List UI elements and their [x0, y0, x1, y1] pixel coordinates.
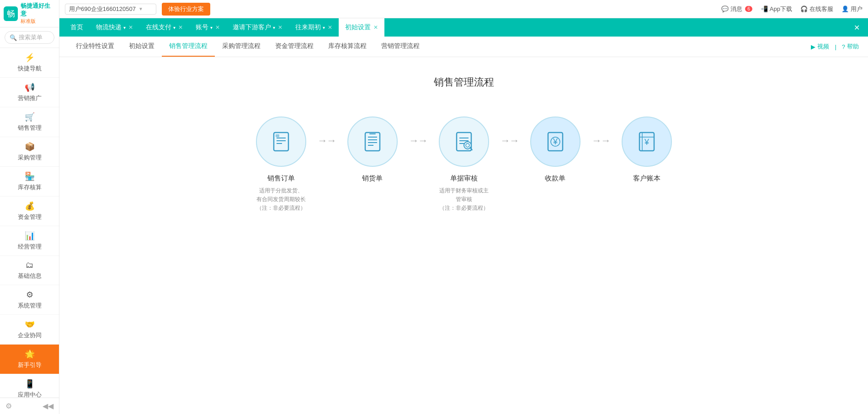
sub-tab-purchase-flow[interactable]: 采购管理流程	[215, 37, 268, 57]
settings-icon[interactable]: ⚙	[5, 402, 12, 410]
chevron-down-icon: ▾	[123, 25, 126, 30]
sidebar-item-operations[interactable]: 📊 经营管理	[0, 226, 59, 256]
service-icon: 🎧	[800, 5, 808, 12]
message-button[interactable]: 💬 消息 6	[721, 5, 752, 13]
flow-arrow-4: →→	[592, 117, 610, 147]
tab-logistics-label: 物流快递	[96, 23, 122, 32]
sales-order-circle[interactable]	[256, 117, 306, 167]
tab-account[interactable]: 账号 ▾ ✕	[189, 18, 226, 37]
sidebar-item-system[interactable]: ⚙ 系统管理	[0, 285, 59, 315]
brand-name: 畅捷通好生意	[21, 2, 55, 18]
step-label: 单据审核	[450, 174, 478, 183]
step-label: 收款单	[545, 174, 565, 183]
flow-step-audit: 单据审核 适用于财务审核或主管审核（注：非必要流程）	[427, 117, 501, 213]
tab-invite[interactable]: 邀请下游客户 ▾ ✕	[226, 18, 289, 37]
chevron-down-icon: ▾	[323, 25, 325, 30]
newbie-icon: 🌟	[25, 349, 35, 359]
close-icon[interactable]: ✕	[278, 24, 282, 31]
collapse-icon[interactable]: ◀◀	[43, 402, 53, 410]
arrow-icon: →→	[318, 135, 336, 147]
tab-setup-label: 初始设置	[345, 23, 371, 32]
sub-tab-marketing-flow[interactable]: 营销管理流程	[374, 37, 427, 57]
sidebar-item-quick-nav[interactable]: ⚡ 快捷导航	[0, 48, 59, 78]
close-icon[interactable]: ✕	[128, 24, 133, 31]
sub-tab-industry[interactable]: 行业特性设置	[69, 37, 122, 57]
sub-tab-initial[interactable]: 初始设置	[122, 37, 162, 57]
sub-tab-finance-flow[interactable]: 资金管理流程	[268, 37, 321, 57]
trial-button[interactable]: 体验行业方案	[162, 3, 210, 16]
svg-text:¥: ¥	[644, 138, 649, 147]
flow-arrow-2: →→	[409, 117, 427, 147]
tab-payment-label: 在线支付	[146, 23, 171, 32]
step-label: 客户账本	[633, 174, 660, 183]
sub-tab-label: 营销管理流程	[381, 42, 420, 49]
tab-setup[interactable]: 初始设置 ✕	[339, 18, 384, 37]
close-icon[interactable]: ✕	[373, 24, 378, 31]
flow-arrow-1: →→	[318, 117, 336, 147]
sidebar-item-app-center[interactable]: 📱 应用中心	[0, 374, 59, 398]
sub-tab-label: 资金管理流程	[275, 42, 314, 49]
sidebar-item-enterprise[interactable]: 🤝 企业协同	[0, 315, 59, 345]
close-all-tabs-button[interactable]: ✕	[850, 23, 863, 32]
help-label: 帮助	[847, 42, 859, 51]
message-label: 消息	[730, 5, 742, 13]
account-book-circle[interactable]: ¥	[622, 117, 672, 167]
close-icon[interactable]: ✕	[328, 24, 332, 31]
edition-label: 标准版	[21, 18, 55, 24]
sidebar-label: 库存核算	[18, 183, 42, 191]
step-label: 销货单	[362, 174, 383, 183]
logo-text: 畅捷通好生意 标准版	[21, 2, 55, 24]
tab-period[interactable]: 往来期初 ▾ ✕	[289, 18, 339, 37]
receipt-circle[interactable]: ¥	[530, 117, 580, 167]
sidebar-label: 销售管理	[18, 124, 42, 132]
sub-tab-label: 初始设置	[129, 42, 154, 49]
sidebar-search[interactable]: 🔍 搜索菜单	[0, 27, 59, 48]
tab-home[interactable]: 首页	[64, 18, 90, 37]
sub-tab-label: 采购管理流程	[222, 42, 261, 49]
close-icon[interactable]: ✕	[215, 24, 220, 31]
user-avatar-button[interactable]: 👤 用户	[841, 5, 863, 13]
online-service-button[interactable]: 🎧 在线客服	[800, 5, 833, 13]
tab-invite-label: 邀请下游客户	[233, 23, 271, 32]
nav-tabs: 首页 物流快递 ▾ ✕ 在线支付 ▾ ✕ 账号 ▾ ✕ 邀请下游客户 ▾ ✕ 往…	[59, 18, 868, 37]
sidebar-label: 应用中心	[18, 391, 42, 398]
sidebar-item-basic[interactable]: 🗂 基础信息	[0, 256, 59, 285]
online-service-label: 在线客服	[809, 5, 833, 13]
operations-icon: 📊	[25, 231, 35, 241]
sales-invoice-circle[interactable]	[347, 117, 398, 167]
sub-tab-sales-flow[interactable]: 销售管理流程	[162, 37, 215, 57]
app-download-button[interactable]: 📲 App下载	[761, 5, 792, 13]
sidebar-item-sales[interactable]: 🛒 销售管理	[0, 107, 59, 137]
sidebar: 畅 畅捷通好生意 标准版 🔍 搜索菜单 ⚡ 快捷导航 📢 营销推广 🛒 销售管理…	[0, 0, 59, 414]
svg-rect-4	[276, 134, 279, 137]
search-icon: 🔍	[10, 34, 17, 41]
step-desc: 适用于财务审核或主管审核（注：非必要流程）	[439, 186, 489, 213]
close-icon[interactable]: ✕	[178, 24, 183, 31]
audit-circle[interactable]	[439, 117, 489, 167]
help-button[interactable]: ? 帮助	[842, 42, 859, 51]
sidebar-label: 营销推广	[18, 94, 42, 102]
message-icon: 💬	[721, 5, 729, 12]
user-selector[interactable]: 用户690企业1660120507 ▼	[65, 4, 156, 15]
flow-diagram: 销售订单 适用于分批发货、有合同发货周期较长（注：非必要流程） →→	[87, 117, 841, 213]
download-icon: 📲	[761, 5, 768, 12]
sidebar-item-marketing[interactable]: 📢 营销推广	[0, 78, 59, 107]
flow-step-account-book: ¥ 客户账本	[610, 117, 683, 186]
sidebar-item-finance[interactable]: 💰 资金管理	[0, 196, 59, 226]
logo-icon: 畅	[4, 6, 18, 21]
sidebar-item-purchase[interactable]: 📦 采购管理	[0, 137, 59, 167]
sub-tab-right-actions: ▶ 视频 | ? 帮助	[811, 42, 859, 51]
video-help-button[interactable]: ▶ 视频	[811, 42, 829, 51]
system-icon: ⚙	[26, 290, 33, 300]
sidebar-item-inventory[interactable]: 🏪 库存核算	[0, 167, 59, 196]
arrow-icon: →→	[409, 135, 427, 147]
sidebar-bottom: ⚙ ◀◀	[0, 398, 59, 414]
tab-payment[interactable]: 在线支付 ▾ ✕	[139, 18, 189, 37]
tab-logistics[interactable]: 物流快递 ▾ ✕	[90, 18, 139, 37]
step-label: 销售订单	[267, 174, 295, 183]
svg-text:¥: ¥	[552, 137, 558, 146]
sub-tab-inventory-flow[interactable]: 库存核算流程	[321, 37, 374, 57]
step-desc: 适用于分批发货、有合同发货周期较长（注：非必要流程）	[256, 186, 306, 213]
sidebar-label: 基础信息	[18, 272, 42, 280]
sidebar-item-newbie[interactable]: 🌟 新手引导	[0, 345, 59, 374]
